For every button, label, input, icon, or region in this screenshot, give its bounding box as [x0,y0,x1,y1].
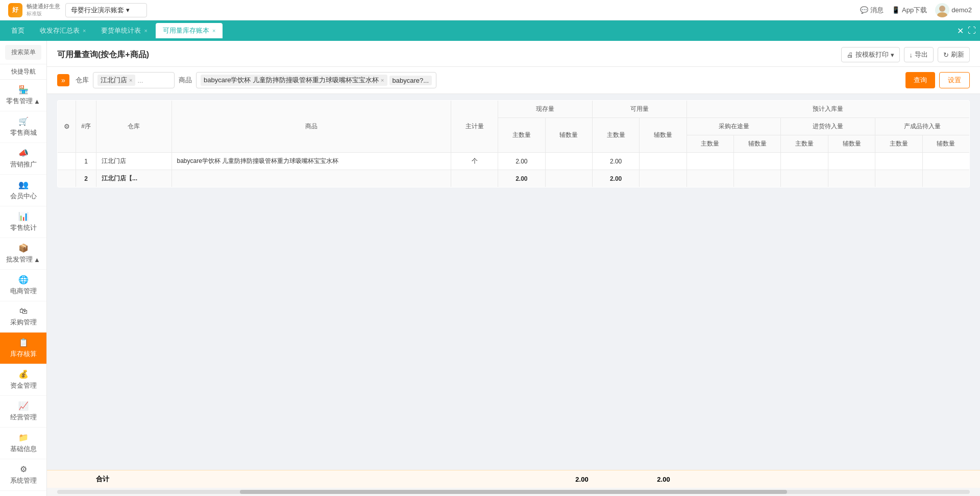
row2-stock-main: 2.00 [498,170,545,187]
sidebar-item-wholesale[interactable]: 📦 批发管理 ▲ [0,238,46,270]
col-forecast-header: 预计入库量 [687,101,969,118]
col-settings-header[interactable]: ⚙ [58,101,76,153]
chevron-down-icon: ▾ [126,6,130,14]
row1-stock-aux [545,153,592,170]
sidebar-search-area: 搜索菜单 [0,41,46,64]
stats-icon: 📊 [18,211,29,221]
tab-order-stats[interactable]: 要货单统计表 × [94,23,154,38]
warehouse-more-icon[interactable]: ... [137,77,143,84]
table-container: ⚙ #序 仓库 商品 主计量 现存量 可用量 预计入库量 主数量 辅数量 主数量 [47,94,980,470]
quick-nav-btn[interactable]: 快捷导航 [0,64,46,80]
page-title: 可用量查询(按仓库+商品) [57,50,149,60]
message-btn[interactable]: 💬 消息 [860,6,884,15]
summary-no-cell [76,475,96,484]
col-production-header: 产成品待入量 [875,118,970,135]
scroll-thumb[interactable] [240,490,788,494]
sidebar-item-basic-info[interactable]: 📁 基础信息 [0,428,46,459]
col-main-unit-header: 主计量 [451,101,498,153]
basic-icon: 📁 [18,433,29,442]
sidebar-item-retail-mgmt[interactable]: 🏪 零售管理 ▲ [0,80,46,111]
product-tag-2: babycare?... [389,76,432,85]
setting-btn[interactable]: 设置 [939,72,970,88]
close-window-icon[interactable]: ✕ [957,26,964,36]
data-table: ⚙ #序 仓库 商品 主计量 现存量 可用量 预计入库量 主数量 辅数量 主数量 [57,100,970,187]
summary-incoming-aux [847,475,888,484]
tab-available-stock[interactable]: 可用量库存账本 × [156,23,223,38]
col-no-header: #序 [76,101,96,153]
close-tab-2-icon[interactable]: × [212,28,215,34]
industry-select[interactable]: 母婴行业演示账套 ▾ [65,3,147,17]
query-btn[interactable]: 查询 [905,72,935,88]
sidebar-item-collab[interactable]: 🤝 企业协同 [0,491,46,496]
product-tag-1: babycare学饮杯 儿童防摔防撞吸管杯重力球吸嘴杯宝宝水杯 × [201,75,387,86]
sidebar-item-purchase[interactable]: 🛍 采购管理 [0,301,46,333]
app-download-btn[interactable]: 📱 App下载 [892,6,927,15]
tab-receive-summary[interactable]: 收发存汇总表 × [33,23,93,38]
sidebar-item-member[interactable]: 👥 会员中心 [0,175,46,206]
sidebar-item-ecom[interactable]: 🌐 电商管理 [0,270,46,301]
col-stock-aux-qty-header: 辅数量 [545,118,592,153]
user-area[interactable]: demo2 [935,3,972,17]
warehouse-tag: 江北门店 × [97,75,135,86]
sidebar-item-finance[interactable]: 💰 资金管理 [0,364,46,396]
filter-group: 仓库 江北门店 × ... 商品 babycare学饮杯 儿童防摔防撞吸管杯重力… [76,72,899,88]
finance-icon: 💰 [18,369,29,379]
col-purchase-aux-header: 辅数量 [734,135,781,153]
nav-tabs: 首页 收发存汇总表 × 要货单统计表 × 可用量库存账本 × ✕ ⛶ [0,20,980,41]
col-purchase-transit-header: 采购在途量 [687,118,781,135]
filter-expand-btn[interactable]: » [57,74,69,86]
row1-avail-aux [640,153,687,170]
summary-incoming-main [806,475,847,484]
col-purchase-main-header: 主数量 [687,135,733,153]
sidebar-item-system[interactable]: ⚙ 系统管理 [0,459,46,491]
summary-label: 合计 [96,475,109,483]
warehouse-filter-input[interactable]: 江北门店 × ... [93,72,175,88]
logo-icon: 好 [8,3,22,17]
ecom-icon: 🌐 [18,275,29,285]
row1-purchase-aux [734,153,781,170]
row2-prod-aux [922,170,969,187]
content-area: 可用量查询(按仓库+商品) 🖨 按模板打印 ▾ ↓ 导出 ↻ 刷新 » [47,41,980,496]
search-menu-btn[interactable]: 搜索菜单 [5,45,41,60]
refresh-btn[interactable]: ↻ 刷新 [938,47,970,62]
row2-warehouse: 江北门店【... [96,170,172,187]
summary-stock-aux [602,475,643,484]
export-btn[interactable]: ↓ 导出 [904,47,934,62]
col-prod-aux-header: 辅数量 [922,135,969,153]
row2-incoming-aux [828,170,875,187]
summary-stock-main: 2.00 [561,475,602,484]
col-available-header: 可用量 [592,101,687,118]
nav-actions: ✕ ⛶ [957,26,976,36]
print-btn[interactable]: 🖨 按模板打印 ▾ [841,47,900,62]
sidebar-item-retail-mall[interactable]: 🛒 零售商城 [0,111,46,143]
sidebar-item-inventory[interactable]: 📋 库存核算 [0,333,46,364]
sidebar-item-operations[interactable]: 📈 经营管理 [0,396,46,428]
wholesale-icon: 📦 [18,243,29,253]
tab-receive-summary-label: 收发存汇总表 [40,26,80,35]
warehouse-tag-remove[interactable]: × [129,77,132,83]
sidebar-item-retail-stats[interactable]: 📊 零售统计 [0,206,46,238]
sidebar-item-marketing[interactable]: 📣 营销推广 [0,143,46,175]
summary-avail-main: 2.00 [643,475,684,484]
settings-icon: ⚙ [64,123,70,130]
scroll-bar[interactable] [57,490,970,494]
product-tag-1-remove[interactable]: × [381,77,384,83]
row2-incoming-main [781,170,828,187]
row1-incoming-aux [828,153,875,170]
page-header: 可用量查询(按仓库+商品) 🖨 按模板打印 ▾ ↓ 导出 ↻ 刷新 [47,41,980,67]
inventory-icon: 📋 [18,338,29,347]
close-tab-0-icon[interactable]: × [83,28,86,34]
tab-home[interactable]: 首页 [4,23,32,38]
tab-available-stock-label: 可用量库存账本 [163,26,209,35]
product-filter-input[interactable]: babycare学饮杯 儿童防摔防撞吸管杯重力球吸嘴杯宝宝水杯 × babyca… [196,72,436,88]
logo-text-wrap: 畅捷通好生意 标准版 [27,3,60,17]
mall-icon: 🛒 [18,116,29,126]
message-label: 消息 [870,6,884,15]
row1-product: babycare学饮杯 儿童防摔防撞吸管杯重力球吸嘴杯宝宝水杯 [172,153,451,170]
main-layout: 搜索菜单 快捷导航 🏪 零售管理 ▲ 🛒 零售商城 📣 营销推广 👥 会员中心 … [0,41,980,496]
close-tab-1-icon[interactable]: × [144,28,147,34]
maximize-icon[interactable]: ⛶ [968,26,976,35]
message-icon: 💬 [860,6,868,14]
row2-avail-main: 2.00 [592,170,639,187]
filter-actions: 查询 设置 [905,72,970,88]
